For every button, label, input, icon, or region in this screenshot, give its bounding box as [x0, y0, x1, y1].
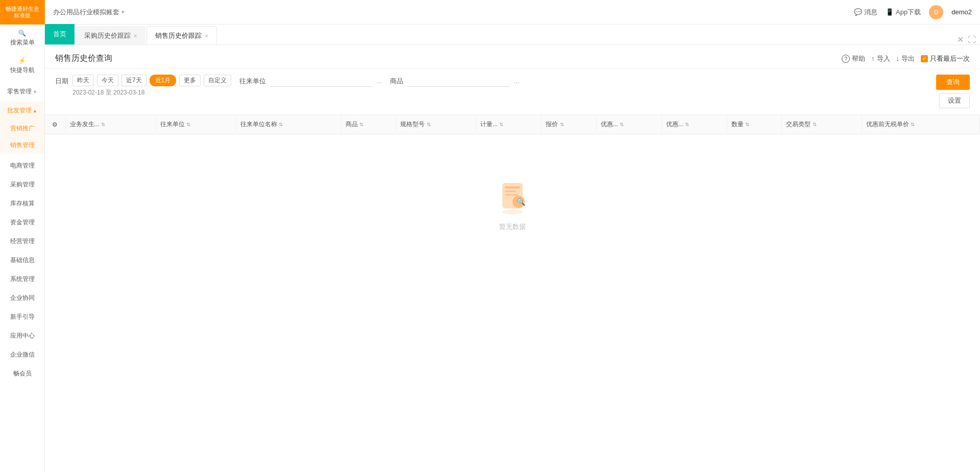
- partner-dots-icon[interactable]: ...: [376, 77, 382, 85]
- product-dots-icon[interactable]: ...: [513, 77, 519, 85]
- th-quantity[interactable]: 数量 ⇅: [727, 115, 782, 134]
- chat-button[interactable]: 💬 消息: [854, 8, 877, 17]
- sidebar-appcenter-label: 应用中心: [10, 332, 35, 340]
- logo-subtext: 标准版: [14, 12, 31, 19]
- th-partnername-label: 往来单位名称: [240, 121, 277, 128]
- sidebar-item-ecommerce[interactable]: 电商管理: [0, 156, 44, 175]
- date-btn-more[interactable]: 更多: [179, 75, 201, 86]
- import-button[interactable]: ↑ 导入: [871, 54, 890, 63]
- tab-close-window-icon[interactable]: ✕: [957, 35, 964, 44]
- app-icon: 📱: [886, 8, 894, 16]
- sidebar-item-purchase[interactable]: 采购管理: [0, 175, 44, 194]
- sidebar-corpwechat-label: 企业微信: [10, 350, 35, 359]
- th-discount1[interactable]: 优惠... ⇅: [596, 115, 662, 134]
- only-last-checkbox-label[interactable]: ✓ 只看最后一次: [921, 54, 970, 63]
- table-container: ⚙ 业务发生... ⇅ 往来单位 ⇅ 往来单位名称 ⇅: [45, 115, 980, 472]
- th-discount2[interactable]: 优惠... ⇅: [662, 115, 727, 134]
- tab-home[interactable]: 首页: [45, 24, 75, 44]
- th-partner-name[interactable]: 往来单位名称 ⇅: [236, 115, 341, 134]
- tab-sales-history[interactable]: 销售历史价跟踪 ×: [146, 26, 216, 44]
- product-input-group: ...: [407, 75, 519, 87]
- sidebar-item-finance[interactable]: 资金管理: [0, 213, 44, 232]
- date-filter-group: 日期 昨天 今天 近7天 近1月 更多 自定义 2023-02-18 至 202…: [55, 75, 231, 97]
- date-label: 日期: [55, 75, 68, 86]
- tab-fullscreen-icon[interactable]: ⛶: [968, 35, 976, 44]
- date-btn-today[interactable]: 今天: [97, 75, 118, 86]
- topbar-title-group[interactable]: 办公用品行业模拟账套 ▾: [53, 8, 125, 17]
- th-partnername-sort-icon: ⇅: [279, 122, 283, 127]
- user-avatar[interactable]: D: [929, 5, 943, 19]
- svg-rect-2: [505, 186, 520, 188]
- date-btn-last7[interactable]: 近7天: [121, 75, 146, 86]
- sidebar-item-basic-info[interactable]: 基础信息: [0, 251, 44, 270]
- main-area: 办公用品行业模拟账套 ▾ 💬 消息 📱 App下载 D demo2 首页 采购历…: [45, 0, 980, 472]
- sidebar-item-members[interactable]: 畅会员: [0, 364, 44, 383]
- search-icon: 🔍: [18, 30, 26, 37]
- sidebar-item-search[interactable]: 🔍 搜索菜单: [0, 25, 44, 52]
- tab-purchase-close-icon[interactable]: ×: [134, 33, 137, 39]
- th-unit[interactable]: 计量... ⇅: [476, 115, 542, 134]
- th-price-label: 报价: [546, 121, 558, 128]
- gear-icon[interactable]: ⚙: [52, 121, 58, 128]
- sidebar-item-operations[interactable]: 经营管理: [0, 232, 44, 251]
- th-biz-date[interactable]: 业务发生... ⇅: [65, 115, 156, 134]
- app-label: App下载: [896, 8, 921, 17]
- date-options: 昨天 今天 近7天 近1月 更多 自定义 2023-02-18 至 2023-0…: [72, 75, 231, 97]
- date-btn-custom[interactable]: 自定义: [204, 75, 231, 86]
- only-last-text: 只看最后一次: [930, 54, 970, 63]
- empty-svg: 🔍: [492, 175, 533, 216]
- product-input[interactable]: [407, 75, 509, 87]
- sidebar-item-corp-wechat[interactable]: 企业微信: [0, 345, 44, 364]
- sidebar-logo[interactable]: 畅捷通好生意 标准版: [0, 0, 45, 25]
- export-icon: ↓: [896, 55, 900, 62]
- tab-sales-close-icon[interactable]: ×: [205, 33, 208, 39]
- query-button[interactable]: 查询: [936, 75, 970, 90]
- sidebar-item-inventory[interactable]: 库存核算: [0, 194, 44, 213]
- avatar-initials: D: [934, 9, 938, 15]
- th-trade-type[interactable]: 交易类型 ⇅: [782, 115, 862, 134]
- chat-icon: 💬: [854, 8, 862, 16]
- app-download-button[interactable]: 📱 App下载: [886, 8, 921, 17]
- sidebar-item-wholesale[interactable]: 批发管理 ▲: [0, 101, 44, 120]
- th-pretax-price[interactable]: 优惠前无税单价 ⇅: [862, 115, 980, 134]
- tab-purchase-history[interactable]: 采购历史价跟踪 ×: [76, 26, 145, 44]
- page-header-actions: ? 帮助 ↑ 导入 ↓ 导出 ✓ 只看最后一次: [842, 54, 970, 63]
- th-spec[interactable]: 规格型号 ⇅: [396, 115, 476, 134]
- sidebar-item-app-center[interactable]: 应用中心: [0, 326, 44, 345]
- svg-rect-3: [505, 191, 516, 192]
- th-gear[interactable]: ⚙: [45, 115, 65, 134]
- import-icon: ↑: [871, 55, 875, 62]
- partner-input[interactable]: [270, 75, 372, 87]
- partner-filter-group: 往来单位 ...: [239, 75, 382, 87]
- th-price[interactable]: 报价 ⇅: [542, 115, 597, 134]
- th-pretaxprice-label: 优惠前无税单价: [866, 121, 909, 128]
- th-product[interactable]: 商品 ⇅: [341, 115, 396, 134]
- th-bizdate-label: 业务发生...: [70, 121, 100, 128]
- export-label: 导出: [901, 54, 915, 63]
- date-btn-yesterday[interactable]: 昨天: [72, 75, 94, 86]
- th-spec-sort-icon: ⇅: [427, 122, 431, 127]
- th-price-sort-icon: ⇅: [560, 122, 564, 127]
- sidebar-item-onboarding[interactable]: 新手引导: [0, 308, 44, 326]
- tab-actions: ✕ ⛶: [957, 35, 980, 44]
- sidebar-item-marketing[interactable]: 营销推广: [0, 120, 44, 137]
- date-btn-last1m[interactable]: 近1月: [150, 75, 177, 86]
- sidebar-item-system[interactable]: 系统管理: [0, 270, 44, 289]
- partner-label: 往来单位: [239, 75, 266, 86]
- tab-bar: 首页 采购历史价跟踪 × 销售历史价跟踪 × ✕ ⛶: [45, 25, 980, 45]
- export-button[interactable]: ↓ 导出: [896, 54, 915, 63]
- th-pretaxprice-sort-icon: ⇅: [911, 122, 915, 127]
- settings-button[interactable]: 设置: [939, 93, 970, 108]
- empty-text: 暂无数据: [499, 222, 526, 231]
- th-product-sort-icon: ⇅: [359, 122, 363, 127]
- sidebar-item-enterprise[interactable]: 企业协同: [0, 289, 44, 308]
- th-discount2-sort-icon: ⇅: [685, 122, 689, 127]
- sidebar-item-retail[interactable]: 零售管理 ▼: [0, 82, 44, 101]
- help-button[interactable]: ? 帮助: [842, 54, 865, 63]
- only-last-checkbox[interactable]: ✓: [921, 55, 928, 62]
- th-partner-code[interactable]: 往来单位 ⇅: [156, 115, 236, 134]
- sidebar-item-quick-nav[interactable]: ⚡ 快捷导航: [0, 52, 44, 80]
- filter-bar: 日期 昨天 今天 近7天 近1月 更多 自定义 2023-02-18 至 202…: [45, 68, 980, 115]
- sidebar-item-sales-mgmt[interactable]: 销售管理: [0, 137, 44, 154]
- topbar-title-text: 办公用品行业模拟账套: [53, 8, 119, 17]
